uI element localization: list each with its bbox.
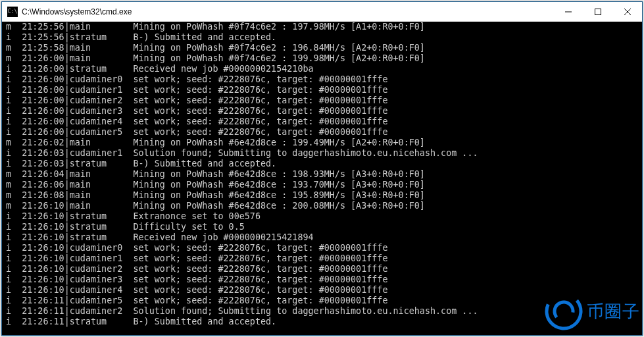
console-line: i 21:26:00|cudaminer4 set work; seed: #2… <box>6 117 642 127</box>
console-line: i 21:26:10|stratum Extranonce set to 00e… <box>6 211 642 222</box>
console-line: i 21:26:10|cudaminer3 set work; seed: #2… <box>6 274 642 285</box>
window-title: C:\Windows\system32\cmd.exe <box>22 7 553 16</box>
console-line: m 21:26:00|main Mining on PoWhash #0f74c… <box>6 53 642 64</box>
console-line: i 21:26:10|stratum Received new job #000… <box>6 232 642 243</box>
close-icon <box>624 9 631 15</box>
console-line: i 21:26:00|stratum Received new job #000… <box>6 64 642 74</box>
console-line: i 21:26:10|cudaminer2 set work; seed: #2… <box>6 264 642 274</box>
console-line: i 21:26:10|stratum Difficulty set to 0.5 <box>6 222 642 232</box>
console-line: i 21:26:00|cudaminer1 set work; seed: #2… <box>6 85 642 95</box>
console-line: i 21:26:03|cudaminer1 Solution found; Su… <box>6 148 642 159</box>
console-line: i 21:26:00|cudaminer0 set work; seed: #2… <box>6 74 642 85</box>
close-button[interactable] <box>612 2 642 21</box>
titlebar[interactable]: C:\ C:\Windows\system32\cmd.exe <box>2 2 642 22</box>
console-line: i 21:26:03|stratum B-) Submitted and acc… <box>6 159 642 169</box>
console-line: m 21:26:08|main Mining on PoWhash #6e42d… <box>6 190 642 201</box>
minimize-button[interactable] <box>553 2 583 21</box>
console-line: i 21:26:00|cudaminer5 set work; seed: #2… <box>6 127 642 138</box>
console-line: m 21:26:06|main Mining on PoWhash #6e42d… <box>6 180 642 190</box>
console-output[interactable]: m 21:25:56|main Mining on PoWhash #0f74c… <box>2 22 642 335</box>
console-line: i 21:26:10|cudaminer4 set work; seed: #2… <box>6 285 642 296</box>
console-line: m 21:25:56|main Mining on PoWhash #0f74c… <box>6 22 642 32</box>
cmd-window: C:\ C:\Windows\system32\cmd.exe m 21:25:… <box>1 1 643 336</box>
console-line: i 21:26:11|cudaminer2 Solution found; Su… <box>6 306 642 317</box>
cmd-icon-label: C:\ <box>8 9 17 14</box>
console-line: m 21:26:02|main Mining on PoWhash #6e42d… <box>6 138 642 148</box>
window-controls <box>553 2 642 21</box>
console-line: i 21:26:11|stratum B-) Submitted and acc… <box>6 317 642 327</box>
minimize-icon <box>565 9 572 15</box>
console-line: m 21:26:10|main Mining on PoWhash #6e42d… <box>6 201 642 211</box>
cmd-icon: C:\ <box>7 7 18 17</box>
console-line: i 21:26:11|cudaminer5 set work; seed: #2… <box>6 296 642 306</box>
maximize-icon <box>595 9 601 15</box>
console-line: i 21:26:10|cudaminer0 set work; seed: #2… <box>6 243 642 253</box>
console-line: m 21:25:58|main Mining on PoWhash #0f74c… <box>6 43 642 53</box>
console-line: m 21:26:04|main Mining on PoWhash #6e42d… <box>6 169 642 180</box>
console-line: i 21:26:00|cudaminer3 set work; seed: #2… <box>6 106 642 117</box>
console-line: i 21:25:56|stratum B-) Submitted and acc… <box>6 32 642 43</box>
console-line: i 21:26:10|cudaminer1 set work; seed: #2… <box>6 253 642 264</box>
console-line: i 21:26:00|cudaminer2 set work; seed: #2… <box>6 95 642 106</box>
svg-rect-1 <box>595 9 601 14</box>
maximize-button[interactable] <box>583 2 612 21</box>
